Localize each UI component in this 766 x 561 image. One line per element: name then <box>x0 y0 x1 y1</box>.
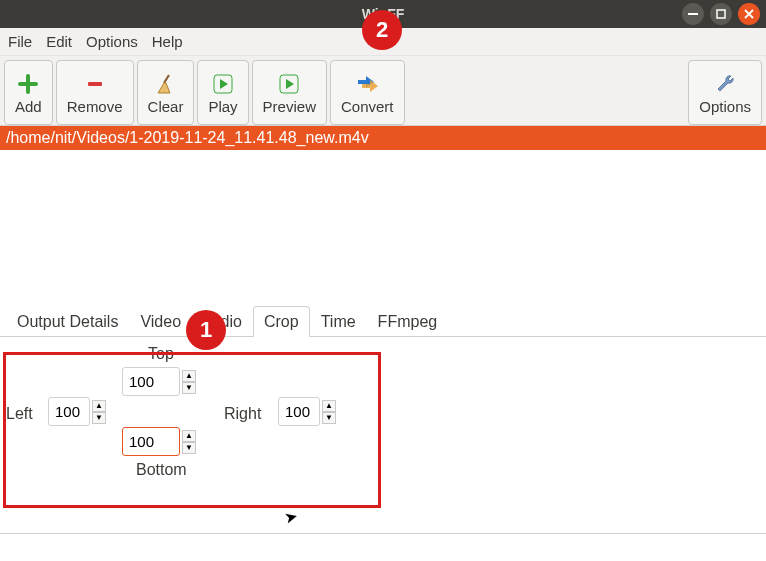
menubar: File Edit Options Help <box>0 28 766 56</box>
chevron-up-icon: ▲ <box>185 372 193 380</box>
file-list[interactable]: /home/nit/Videos/1-2019-11-24_11.41.48_n… <box>0 126 766 150</box>
close-button[interactable] <box>738 3 760 25</box>
bottom-spin-up[interactable]: ▲ <box>182 430 196 442</box>
top-spin-down[interactable]: ▼ <box>182 382 196 394</box>
left-input[interactable] <box>48 397 90 426</box>
convert-button[interactable]: Convert <box>330 60 405 125</box>
left-label: Left <box>6 405 33 423</box>
file-row[interactable]: /home/nit/Videos/1-2019-11-24_11.41.48_n… <box>0 126 766 150</box>
options-button[interactable]: Options <box>688 60 762 125</box>
titlebar: WinFF <box>0 0 766 28</box>
play-label: Play <box>208 98 237 115</box>
remove-label: Remove <box>67 98 123 115</box>
bottom-spin-down[interactable]: ▼ <box>182 442 196 454</box>
chevron-down-icon: ▼ <box>95 414 103 422</box>
top-input[interactable] <box>122 367 180 396</box>
right-spin-down[interactable]: ▼ <box>322 412 336 424</box>
preview-icon <box>279 70 299 98</box>
svg-rect-0 <box>688 13 698 15</box>
file-list-empty-area[interactable] <box>0 150 766 305</box>
wrench-icon <box>714 70 736 98</box>
minus-icon <box>85 70 105 98</box>
menu-edit[interactable]: Edit <box>46 33 72 50</box>
bottom-spinner: ▲ ▼ <box>122 427 196 456</box>
left-spin-up[interactable]: ▲ <box>92 400 106 412</box>
right-label: Right <box>224 405 261 423</box>
svg-rect-2 <box>88 82 102 86</box>
chevron-down-icon: ▼ <box>185 444 193 452</box>
minimize-button[interactable] <box>682 3 704 25</box>
maximize-button[interactable] <box>710 3 732 25</box>
right-spin-up[interactable]: ▲ <box>322 400 336 412</box>
broom-icon <box>154 70 176 98</box>
clear-label: Clear <box>148 98 184 115</box>
tab-output-details[interactable]: Output Details <box>6 306 129 337</box>
tab-audio[interactable]: Audio <box>190 306 253 337</box>
plus-icon <box>18 70 38 98</box>
top-label: Top <box>148 345 174 363</box>
window-title: WinFF <box>362 6 405 22</box>
preview-label: Preview <box>263 98 316 115</box>
clear-button[interactable]: Clear <box>137 60 195 125</box>
bottom-input[interactable] <box>122 427 180 456</box>
statusbar <box>0 533 766 553</box>
tab-video[interactable]: Video <box>129 306 192 337</box>
svg-rect-1 <box>717 10 725 18</box>
chevron-up-icon: ▲ <box>185 432 193 440</box>
tabbar: Output Details Video Audio Crop Time FFm… <box>0 305 766 337</box>
tab-crop[interactable]: Crop <box>253 306 310 337</box>
left-spin-down[interactable]: ▼ <box>92 412 106 424</box>
top-spin-up[interactable]: ▲ <box>182 370 196 382</box>
right-spinner: ▲ ▼ <box>278 397 336 426</box>
maximize-icon <box>716 9 726 19</box>
toolbar-spacer <box>408 60 686 125</box>
menu-help[interactable]: Help <box>152 33 183 50</box>
chevron-up-icon: ▲ <box>325 402 333 410</box>
bottom-label: Bottom <box>136 461 187 479</box>
convert-icon <box>356 70 378 98</box>
minimize-icon <box>688 13 698 15</box>
chevron-up-icon: ▲ <box>95 402 103 410</box>
play-button[interactable]: Play <box>197 60 248 125</box>
preview-button[interactable]: Preview <box>252 60 327 125</box>
top-spinner: ▲ ▼ <box>122 367 196 396</box>
remove-button[interactable]: Remove <box>56 60 134 125</box>
toolbar: Add Remove Clear Play Preview Convert <box>0 56 766 126</box>
convert-label: Convert <box>341 98 394 115</box>
chevron-down-icon: ▼ <box>325 414 333 422</box>
tab-ffmpeg[interactable]: FFmpeg <box>367 306 449 337</box>
add-label: Add <box>15 98 42 115</box>
add-button[interactable]: Add <box>4 60 53 125</box>
play-icon <box>213 70 233 98</box>
left-spinner: ▲ ▼ <box>48 397 106 426</box>
tab-time[interactable]: Time <box>310 306 367 337</box>
right-input[interactable] <box>278 397 320 426</box>
window-controls <box>682 3 760 25</box>
cursor-icon: ➤ <box>282 507 299 529</box>
menu-options[interactable]: Options <box>86 33 138 50</box>
close-icon <box>744 9 754 19</box>
options-label: Options <box>699 98 751 115</box>
chevron-down-icon: ▼ <box>185 384 193 392</box>
crop-panel: Top ▲ ▼ Left ▲ ▼ Right ▲ ▼ ▲ ▼ Bottom <box>0 337 766 507</box>
menu-file[interactable]: File <box>8 33 32 50</box>
